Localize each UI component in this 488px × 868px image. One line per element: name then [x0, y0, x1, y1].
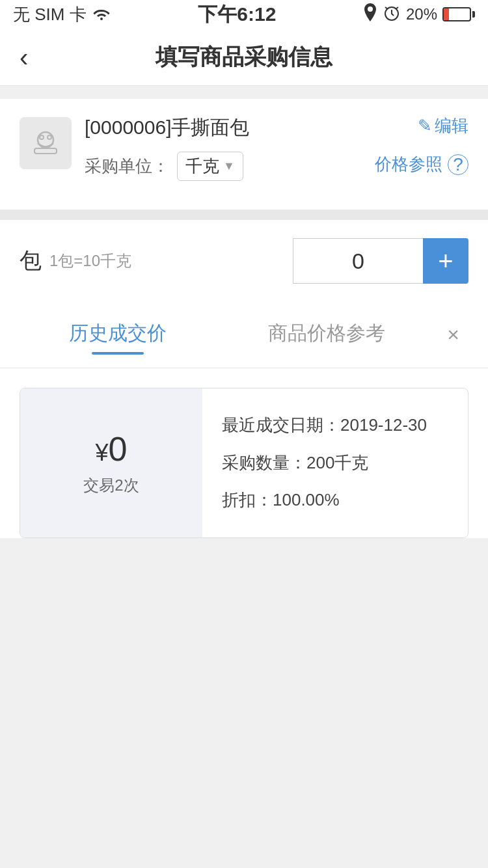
quantity-unit: 包: [20, 246, 42, 276]
page-title: 填写商品采购信息: [156, 42, 332, 72]
tab-close-button[interactable]: ×: [431, 310, 475, 360]
quantity-control: 0 +: [293, 238, 468, 284]
recent-date-label: 最近成交日期：: [222, 415, 340, 435]
wifi-icon: [92, 5, 111, 25]
price-ref-button[interactable]: 价格参照: [375, 153, 442, 176]
edit-button[interactable]: ✎ 编辑: [418, 115, 468, 137]
edit-icon: ✎: [418, 116, 432, 136]
discount-label: 折扣：: [222, 490, 273, 509]
unit-value: 千克: [185, 155, 219, 178]
carrier-text: 无 SIM 卡: [13, 3, 87, 26]
product-full-name: [0000006]手撕面包: [85, 115, 249, 141]
tab-price-ref-label: 商品价格参考: [268, 320, 385, 347]
product-header: [0000006]手撕面包 采购单位： 千克 ▼ ✎ 编辑 价格参照 ?: [20, 115, 468, 181]
location-icon: [363, 3, 377, 25]
quantity-label: 包 1包=10千克: [20, 246, 131, 276]
purchase-quantity-row: 采购数量：200千克: [222, 450, 448, 477]
quantity-input[interactable]: 0: [293, 238, 423, 284]
recent-date-value: 2019-12-30: [340, 415, 427, 435]
back-button[interactable]: ‹: [20, 44, 28, 70]
bottom-panel: 历史成交价 商品价格参考 × ¥0 交易2次 最近成交日期：2019-12-30…: [0, 302, 488, 538]
battery-icon: [442, 7, 475, 21]
history-price-display: ¥0: [96, 429, 128, 468]
quantity-row: 包 1包=10千克 0 +: [0, 220, 488, 302]
product-unit-row: 采购单位： 千克 ▼: [85, 152, 249, 181]
product-info: [0000006]手撕面包 采购单位： 千克 ▼: [20, 115, 249, 181]
recent-date-row: 最近成交日期：2019-12-30: [222, 412, 448, 439]
dropdown-arrow-icon: ▼: [223, 159, 235, 173]
time-display: 下午6:12: [198, 1, 276, 28]
tab-history-label: 历史成交价: [69, 320, 167, 347]
discount-row: 折扣：100.00%: [222, 487, 448, 514]
edit-label: 编辑: [435, 115, 468, 137]
price-value: 0: [109, 430, 128, 468]
svg-point-3: [47, 135, 51, 139]
status-bar: 无 SIM 卡 下午6:12 20%: [0, 0, 488, 29]
quantity-conversion: 1包=10千克: [49, 251, 131, 271]
section-divider: [0, 210, 488, 220]
help-icon[interactable]: ?: [448, 154, 468, 175]
history-detail: 最近成交日期：2019-12-30 采购数量：200千克 折扣：100.00%: [202, 388, 468, 537]
currency-symbol: ¥: [96, 439, 109, 466]
unit-label: 采购单位：: [85, 155, 169, 178]
history-card: ¥0 交易2次 最近成交日期：2019-12-30 采购数量：200千克 折扣：…: [20, 388, 468, 538]
svg-rect-4: [34, 148, 57, 154]
alarm-icon: [383, 3, 401, 25]
product-name-area: [0000006]手撕面包 采购单位： 千克 ▼: [85, 115, 249, 181]
tab-active-indicator: [92, 352, 144, 355]
product-card: [0000006]手撕面包 采购单位： 千克 ▼ ✎ 编辑 价格参照 ?: [0, 99, 488, 210]
purchase-quantity-value: 200千克: [306, 453, 368, 472]
unit-select-dropdown[interactable]: 千克 ▼: [177, 152, 243, 181]
quantity-plus-button[interactable]: +: [423, 238, 468, 284]
status-left: 无 SIM 卡: [13, 3, 111, 26]
price-ref-area: 价格参照 ?: [375, 153, 468, 176]
history-trade-count: 交易2次: [83, 475, 139, 496]
tab-price-reference[interactable]: 商品价格参考: [223, 302, 432, 368]
discount-value: 100.00%: [273, 490, 340, 509]
svg-point-2: [40, 135, 44, 139]
tabs-row: 历史成交价 商品价格参考 ×: [0, 302, 488, 368]
history-price-summary: ¥0 交易2次: [20, 388, 202, 537]
status-right: 20%: [363, 3, 475, 25]
nav-bar: ‹ 填写商品采购信息: [0, 29, 488, 86]
purchase-quantity-label: 采购数量：: [222, 453, 306, 472]
tab-history-price[interactable]: 历史成交价: [13, 302, 223, 368]
battery-text: 20%: [406, 5, 437, 23]
product-thumbnail: [20, 117, 72, 169]
